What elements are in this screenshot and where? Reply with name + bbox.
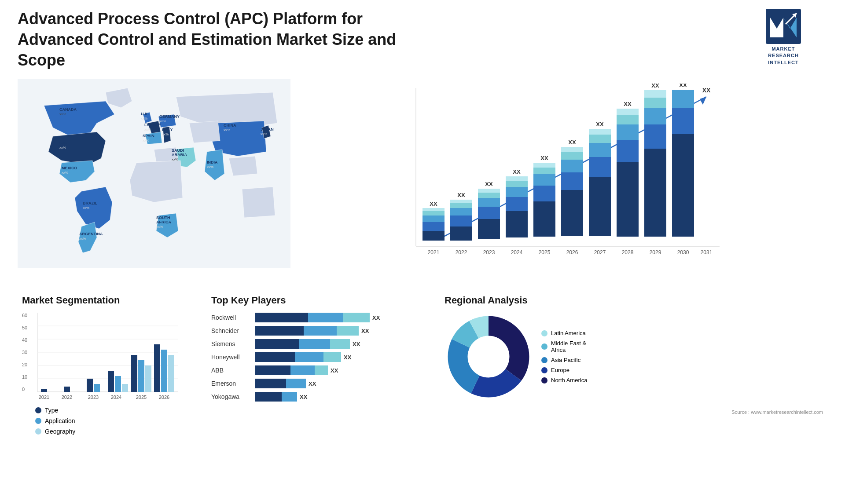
svg-rect-53 bbox=[450, 200, 472, 203]
svg-rect-98 bbox=[644, 149, 666, 237]
svg-rect-79 bbox=[561, 160, 583, 172]
svg-rect-73 bbox=[533, 168, 555, 174]
legend-dot-type bbox=[35, 407, 41, 413]
list-item: Middle East &Africa bbox=[541, 340, 587, 353]
svg-text:2031: 2031 bbox=[701, 249, 713, 256]
svg-rect-123 bbox=[108, 371, 114, 392]
svg-rect-86 bbox=[589, 143, 611, 157]
chart-section: XX 2021 XX 2022 XX 2023 bbox=[299, 79, 827, 277]
svg-text:XX: XX bbox=[513, 168, 521, 175]
svg-text:2024: 2024 bbox=[511, 249, 523, 256]
list-item: Schneider XX bbox=[211, 326, 422, 336]
segmentation-svg: 2021 2022 2023 2024 2025 2026 bbox=[37, 313, 178, 401]
svg-text:xx%: xx% bbox=[144, 128, 151, 131]
header: Advanced Process Control (APC) Platform … bbox=[18, 9, 827, 70]
svg-rect-91 bbox=[617, 162, 639, 237]
svg-rect-66 bbox=[506, 181, 528, 187]
svg-rect-85 bbox=[589, 157, 611, 177]
svg-text:xx%: xx% bbox=[224, 128, 230, 132]
svg-text:XX: XX bbox=[651, 84, 659, 89]
svg-text:SPAIN: SPAIN bbox=[143, 134, 154, 138]
svg-rect-101 bbox=[644, 98, 666, 108]
svg-text:FRANCE: FRANCE bbox=[144, 123, 161, 127]
logo-icon bbox=[766, 9, 801, 44]
svg-rect-129 bbox=[154, 344, 160, 392]
donut-container: Latin America Middle East &Africa Asia P… bbox=[445, 313, 823, 401]
svg-rect-46 bbox=[422, 208, 445, 211]
players-title: Top Key Players bbox=[211, 295, 422, 306]
svg-rect-128 bbox=[145, 365, 151, 392]
svg-rect-72 bbox=[533, 174, 555, 186]
svg-rect-81 bbox=[561, 147, 583, 152]
svg-text:xx%: xx% bbox=[79, 237, 86, 241]
svg-text:2027: 2027 bbox=[594, 249, 606, 256]
regional-legend: Latin America Middle East &Africa Asia P… bbox=[541, 330, 587, 383]
svg-rect-44 bbox=[422, 215, 445, 222]
svg-text:ITALY: ITALY bbox=[162, 128, 173, 132]
svg-text:2022: 2022 bbox=[456, 249, 467, 256]
svg-rect-120 bbox=[64, 387, 70, 392]
svg-text:ARGENTINA: ARGENTINA bbox=[79, 232, 103, 236]
list-item: Siemens XX bbox=[211, 339, 422, 349]
svg-rect-94 bbox=[617, 115, 639, 124]
svg-rect-42 bbox=[422, 231, 445, 241]
svg-rect-119 bbox=[41, 389, 47, 392]
svg-text:AFRICA: AFRICA bbox=[156, 220, 171, 224]
legend-label-geo: Geography bbox=[45, 428, 75, 435]
svg-text:2030: 2030 bbox=[677, 249, 689, 256]
svg-rect-67 bbox=[506, 176, 528, 181]
svg-rect-107 bbox=[672, 90, 694, 108]
legend-label-type: Type bbox=[45, 407, 58, 414]
svg-text:JAPAN: JAPAN bbox=[261, 127, 274, 131]
list-item: Rockwell XX bbox=[211, 313, 422, 322]
svg-rect-125 bbox=[122, 384, 128, 392]
legend-geo: Geography bbox=[35, 428, 189, 435]
svg-rect-65 bbox=[506, 187, 528, 197]
svg-text:xx%: xx% bbox=[156, 225, 163, 229]
svg-text:xx%: xx% bbox=[141, 117, 147, 121]
svg-rect-57 bbox=[478, 207, 500, 219]
main-grid: CANADA xx% U.S. xx% MEXICO xx% BRAZIL xx… bbox=[18, 79, 827, 439]
segmentation-title: Market Segmentation bbox=[22, 295, 189, 306]
svg-text:INDIA: INDIA bbox=[207, 160, 218, 164]
list-item: ABB XX bbox=[211, 365, 422, 375]
page-title: Advanced Process Control (APC) Platform … bbox=[18, 9, 414, 70]
svg-text:xx%: xx% bbox=[261, 132, 267, 136]
svg-rect-77 bbox=[561, 190, 583, 236]
legend-dot-app bbox=[35, 418, 41, 424]
svg-text:xx%: xx% bbox=[172, 157, 178, 161]
svg-text:CANADA: CANADA bbox=[59, 107, 77, 112]
svg-rect-70 bbox=[533, 201, 555, 237]
svg-text:2023: 2023 bbox=[88, 394, 99, 400]
players-section: Top Key Players Rockwell XX bbox=[207, 290, 427, 439]
svg-text:xx%: xx% bbox=[162, 132, 169, 136]
svg-rect-105 bbox=[672, 134, 694, 237]
svg-text:xx%: xx% bbox=[159, 119, 166, 123]
svg-rect-80 bbox=[561, 152, 583, 160]
list-item: Honeywell XX bbox=[211, 352, 422, 362]
svg-text:MEXICO: MEXICO bbox=[62, 166, 77, 170]
svg-rect-63 bbox=[506, 211, 528, 237]
legend-label-europe: Europe bbox=[551, 367, 569, 373]
svg-rect-99 bbox=[644, 124, 666, 149]
legend-label-north-america: North America bbox=[551, 377, 587, 383]
svg-rect-92 bbox=[617, 140, 639, 162]
legend-type: Type bbox=[35, 407, 189, 414]
svg-rect-71 bbox=[533, 186, 555, 201]
svg-text:ARABIA: ARABIA bbox=[172, 153, 187, 157]
svg-text:xx%: xx% bbox=[59, 112, 66, 116]
list-item: Asia Pacific bbox=[541, 357, 587, 363]
svg-text:U.S.: U.S. bbox=[59, 141, 67, 145]
svg-rect-126 bbox=[131, 355, 137, 392]
svg-marker-41 bbox=[700, 97, 706, 105]
svg-text:xx%: xx% bbox=[83, 206, 89, 210]
svg-rect-64 bbox=[506, 197, 528, 211]
svg-rect-93 bbox=[617, 124, 639, 140]
svg-text:XX: XX bbox=[702, 87, 711, 94]
map-section: CANADA xx% U.S. xx% MEXICO xx% BRAZIL xx… bbox=[18, 79, 290, 277]
svg-text:2021: 2021 bbox=[428, 249, 440, 256]
svg-rect-124 bbox=[115, 376, 121, 392]
svg-rect-51 bbox=[450, 208, 472, 215]
legend-label-mea: Middle East &Africa bbox=[551, 340, 586, 353]
title-block: Advanced Process Control (APC) Platform … bbox=[18, 9, 414, 70]
